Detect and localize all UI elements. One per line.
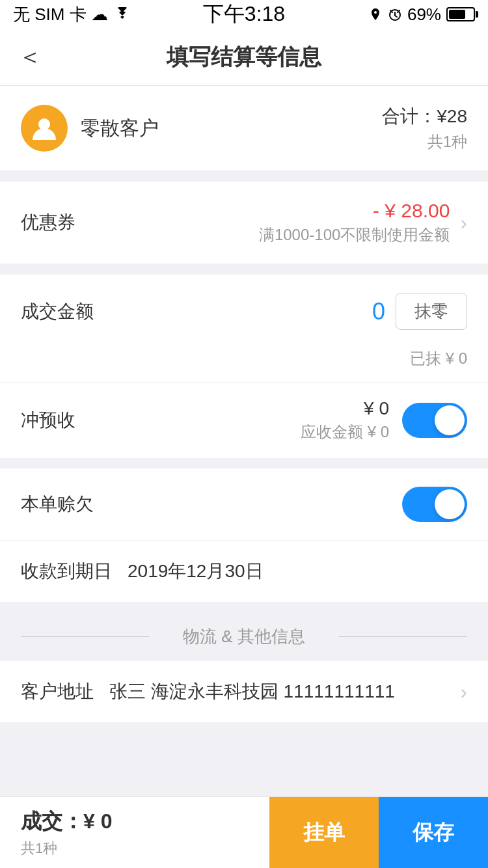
bottom-summary-sub: 共1种 (21, 839, 249, 858)
status-time: 下午3:18 (203, 0, 285, 29)
sim-label: 无 SIM 卡 ☁ (13, 3, 108, 26)
transaction-amount-row: 成交金额 0 抹零 (0, 274, 488, 348)
logistics-divider-inner: 物流 & 其他信息 (0, 625, 488, 648)
customer-right: 合计：¥28 共1种 (382, 104, 467, 152)
battery-percent: 69% (407, 5, 441, 25)
customer-total: 合计：¥28 (382, 104, 467, 129)
customer-count: 共1种 (382, 131, 467, 152)
transaction-sub-row: 已抹 ¥ 0 (0, 348, 488, 382)
customer-card: 零散客户 合计：¥28 共1种 (0, 86, 488, 170)
coupon-row[interactable]: 优惠券 - ¥ 28.00 满1000-100不限制使用金额 › (0, 181, 488, 264)
coupon-description: 满1000-100不限制使用金额 (259, 224, 450, 245)
address-row[interactable]: 客户地址 张三 海淀永丰科技园 11111111111 › (0, 661, 488, 722)
duedate-value: 2019年12月30日 (128, 559, 264, 584)
coupon-value: - ¥ 28.00 满1000-100不限制使用金额 (259, 200, 450, 245)
battery-icon (446, 7, 475, 21)
debt-label: 本单赊欠 (21, 492, 94, 517)
customer-name: 零散客户 (81, 115, 159, 142)
prepay-row: 冲预收 ¥ 0 应收金额 ¥ 0 (0, 382, 488, 458)
coupon-right: - ¥ 28.00 满1000-100不限制使用金额 › (259, 200, 467, 245)
status-bar: 无 SIM 卡 ☁ 下午3:18 69% (0, 0, 488, 29)
wifi-icon (113, 7, 131, 21)
amount-input-box: 0 抹零 (372, 293, 467, 330)
logistics-divider: 物流 & 其他信息 (0, 612, 488, 661)
prepay-main: ¥ 0 (301, 398, 389, 419)
transaction-value[interactable]: 0 (372, 298, 385, 325)
duedate-label: 收款到期日 (21, 559, 112, 584)
transaction-sub-label: 已抹 ¥ 0 (410, 348, 467, 369)
logistics-divider-text: 物流 & 其他信息 (183, 625, 305, 648)
summary-label: 成交： (21, 809, 83, 833)
debt-card: 本单赊欠 收款到期日 2019年12月30日 (0, 468, 488, 602)
transaction-card: 成交金额 0 抹零 已抹 ¥ 0 冲预收 ¥ 0 应收金额 ¥ 0 (0, 274, 488, 458)
bottom-bar: 成交：¥ 0 共1种 挂单 保存 (0, 796, 488, 868)
hold-button[interactable]: 挂单 (269, 797, 379, 868)
coupon-discount: - ¥ 28.00 (259, 200, 450, 222)
address-chevron-icon: › (460, 680, 467, 704)
prepay-value: ¥ 0 应收金额 ¥ 0 (301, 398, 389, 442)
debt-row: 本单赊欠 (0, 468, 488, 540)
nav-bar: ＜ 填写结算等信息 (0, 29, 488, 86)
customer-avatar (21, 105, 68, 152)
alarm-icon (388, 7, 402, 21)
location-icon (368, 7, 383, 21)
divider-line-right (339, 636, 467, 637)
address-label: 客户地址 (21, 679, 94, 704)
prepay-right: ¥ 0 应收金额 ¥ 0 (301, 398, 467, 442)
transaction-label: 成交金额 (21, 299, 94, 324)
prepay-sub: 应收金额 ¥ 0 (301, 422, 389, 442)
back-button[interactable]: ＜ (18, 41, 42, 73)
address-value: 张三 海淀永丰科技园 11111111111 (109, 679, 460, 704)
divider-line-left (21, 636, 149, 637)
coupon-label: 优惠券 (21, 210, 75, 235)
save-button[interactable]: 保存 (379, 797, 488, 868)
bottom-summary-top: 成交：¥ 0 (21, 807, 249, 836)
status-left: 无 SIM 卡 ☁ (13, 3, 131, 26)
prepay-toggle[interactable] (402, 403, 467, 438)
bottom-summary: 成交：¥ 0 共1种 (0, 807, 269, 858)
summary-value: ¥ 0 (83, 809, 112, 833)
coupon-chevron-icon: › (460, 211, 467, 235)
coupon-card: 优惠券 - ¥ 28.00 满1000-100不限制使用金额 › (0, 181, 488, 264)
debt-toggle-knob (435, 489, 465, 519)
battery-fill (449, 10, 465, 19)
duedate-row: 收款到期日 2019年12月30日 (0, 540, 488, 602)
page-title: 填写结算等信息 (167, 42, 321, 72)
prepay-label: 冲预收 (21, 408, 75, 433)
content: 零散客户 合计：¥28 共1种 优惠券 - ¥ 28.00 满1000-100不… (0, 86, 488, 863)
user-icon (30, 114, 59, 142)
customer-row: 零散客户 合计：¥28 共1种 (0, 86, 488, 170)
round-button[interactable]: 抹零 (396, 293, 467, 330)
customer-left: 零散客户 (21, 105, 159, 152)
status-right: 69% (368, 5, 475, 25)
address-card: 客户地址 张三 海淀永丰科技园 11111111111 › (0, 661, 488, 722)
toggle-knob (435, 405, 465, 435)
debt-toggle[interactable] (402, 487, 467, 522)
